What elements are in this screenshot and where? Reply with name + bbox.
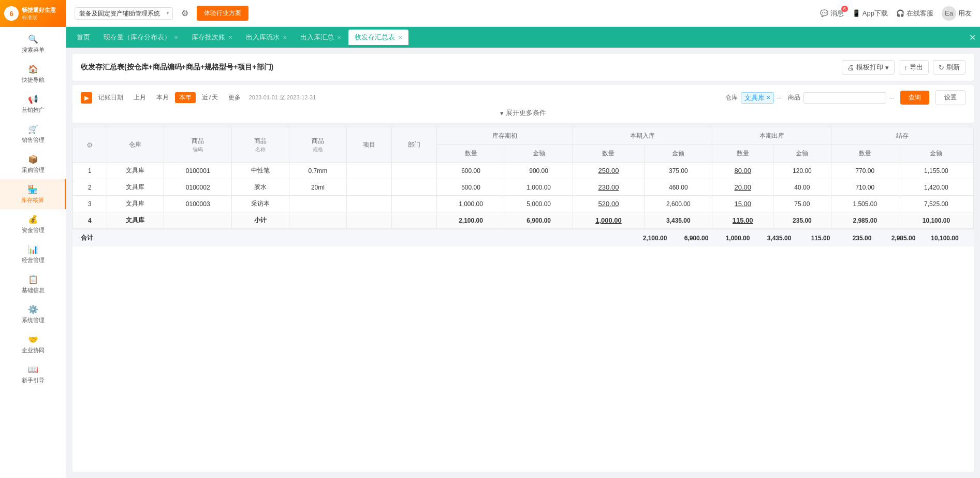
tab-home[interactable]: 首页 — [70, 30, 96, 45]
trial-button[interactable]: 体验行业方案 — [197, 6, 248, 21]
message-icon: 💬 — [820, 9, 828, 17]
tab-receive-summary[interactable]: 收发存汇总表✕ — [348, 30, 408, 45]
date-range-display: 2023-01-01 至 2023-12-31 — [249, 94, 316, 102]
cell-bal-qty-1: 710.00 — [831, 179, 899, 196]
sales-icon: 🛒 — [28, 124, 38, 134]
user-item[interactable]: Ea 用友 — [942, 6, 972, 21]
purchase-icon: 📦 — [28, 154, 38, 164]
date-btn-this-month[interactable]: 本月 — [152, 92, 173, 103]
date-filter-label: 记账日期 — [98, 93, 123, 102]
sidebar-item-sales[interactable]: 🛒 销售管理 — [0, 119, 66, 149]
cell-project-0 — [347, 163, 392, 179]
tab-batch[interactable]: 库存批次账✕ — [185, 30, 239, 45]
cell-out-qty-3[interactable]: 115.00 — [712, 212, 773, 229]
cell-out-qty-0[interactable]: 80.00 — [712, 163, 773, 179]
printer-icon: 🖨 — [847, 64, 854, 71]
cell-in-qty-3[interactable]: 1,000.00 — [573, 212, 645, 229]
goods-input[interactable] — [803, 92, 886, 104]
tab-inout-summary[interactable]: 出入库汇总✕ — [294, 30, 347, 45]
cell-open-qty-0: 600.00 — [437, 163, 505, 179]
goods-more-btn[interactable]: ··· — [889, 95, 894, 101]
export-button[interactable]: ↑ 导出 — [899, 60, 929, 75]
sidebar-item-inventory[interactable]: 🏪 库存核算 — [0, 179, 66, 209]
expand-filter-button[interactable]: ▾ 展开更多条件 — [500, 108, 546, 118]
query-button[interactable]: 查询 — [900, 91, 929, 105]
footer-bal-amt: 10,100.00 — [924, 235, 966, 242]
col-in-qty-header: 数量 — [573, 145, 645, 163]
cell-open-amt-0: 900.00 — [505, 163, 573, 179]
sidebar-nav: 🔍 搜索菜单 🏠 快捷导航 📢 营销推广 🛒 销售管理 📦 采购管理 🏪 库存核… — [0, 27, 66, 478]
quick-filter-arrow[interactable]: ▶ — [81, 92, 92, 104]
col-opening-header: 库存期初 — [437, 127, 573, 145]
cell-bal-qty-0: 770.00 — [831, 163, 899, 179]
sidebar-item-marketing[interactable]: 📢 营销推广 — [0, 89, 66, 119]
footer-total-label: 合计 — [81, 234, 350, 242]
page-title: 收发存汇总表(按仓库+商品编码+商品+规格型号+项目+部门) — [81, 63, 273, 72]
cell-out-qty-1[interactable]: 20.00 — [712, 179, 773, 196]
date-filter-buttons: 上月 本月 本年 近7天 更多 2023-01-01 至 2023-12-31 — [129, 92, 316, 103]
cell-out-amt-2: 75.00 — [773, 196, 831, 212]
tab-label-inout-flow: 出入库流水 — [246, 33, 280, 42]
footer-out-amt: 235.00 — [841, 235, 883, 242]
cell-out-amt-0: 120.00 — [773, 163, 831, 179]
col-settings-header[interactable]: ⚙ — [73, 127, 107, 163]
system-select[interactable]: 装备及固定资产辅助管理系统 — [75, 7, 173, 20]
cell-in-qty-1[interactable]: 230.00 — [573, 179, 645, 196]
footer-open-qty: 2,100.00 — [634, 235, 676, 242]
search-icon: 🔍 — [28, 34, 38, 44]
sidebar-item-guide[interactable]: 📖 新手引导 — [0, 359, 66, 389]
cell-bal-qty-3: 2,985.00 — [831, 212, 899, 229]
sidebar-item-basic[interactable]: 📋 基础信息 — [0, 269, 66, 299]
date-btn-last-month[interactable]: 上月 — [129, 92, 150, 103]
date-btn-this-year[interactable]: 本年 — [175, 92, 196, 103]
table-row: 2 文具库 0100002 胶水 20ml 500.00 1,000.00 23… — [73, 179, 974, 196]
tab-close-inout-flow[interactable]: ✕ — [283, 35, 287, 40]
tab-close-batch[interactable]: ✕ — [228, 35, 232, 40]
topbar: 装备及固定资产辅助管理系统 ⚙ 体验行业方案 💬 消息 6 📱 App下载 🎧 … — [66, 0, 980, 27]
table-settings-icon[interactable]: ⚙ — [86, 141, 93, 149]
warehouse-more-btn[interactable]: ··· — [777, 95, 782, 101]
settings-icon[interactable]: ⚙ — [179, 6, 191, 20]
tab-close-receive-summary[interactable]: ✕ — [398, 35, 402, 40]
tab-inout-flow[interactable]: 出入库流水✕ — [240, 30, 293, 45]
sidebar-item-business[interactable]: 📊 经营管理 — [0, 239, 66, 269]
refresh-button[interactable]: ↻ 刷新 — [933, 60, 966, 75]
cell-warehouse-1: 文具库 — [107, 179, 164, 196]
tab-label-receive-summary: 收发存汇总表 — [355, 33, 395, 42]
tab-close-inventory-dist[interactable]: ✕ — [174, 35, 178, 40]
close-all-tabs-button[interactable]: ✕ — [969, 33, 976, 42]
sidebar-item-finance[interactable]: 💰 资金管理 — [0, 209, 66, 239]
online-service-item[interactable]: 🎧 在线客服 — [896, 9, 933, 18]
cell-in-qty-2[interactable]: 520.00 — [573, 196, 645, 212]
sidebar-item-search[interactable]: 🔍 搜索菜单 — [0, 29, 66, 59]
sidebar-item-system[interactable]: ⚙️ 系统管理 — [0, 299, 66, 329]
page-actions: 🖨 模板打印 ▾ ↑ 导出 ↻ 刷新 — [842, 60, 966, 75]
expand-icon: ▾ — [500, 109, 504, 117]
sidebar-item-corp[interactable]: 🤝 企业协同 — [0, 329, 66, 359]
tab-inventory-dist[interactable]: 现存量（库存分布表）✕ — [97, 30, 184, 45]
message-item[interactable]: 💬 消息 6 — [820, 9, 844, 18]
settings-button[interactable]: 设置 — [935, 90, 966, 105]
app-download-item[interactable]: 📱 App下载 — [852, 9, 888, 18]
data-table-container: ⚙ 仓库 商品编码 商品名称 商品规格 项目 部门 库存期初 本期入库 本期出库… — [72, 127, 974, 472]
date-btn-7days[interactable]: 近7天 — [198, 92, 222, 103]
tab-close-inout-summary[interactable]: ✕ — [337, 35, 341, 40]
corp-icon: 🤝 — [28, 335, 38, 344]
footer-values: 2,100.00 6,900.00 1,000.00 3,435.00 115.… — [634, 235, 966, 242]
col-out-qty-header: 数量 — [712, 145, 773, 163]
sidebar-item-quick[interactable]: 🏠 快捷导航 — [0, 59, 66, 89]
sidebar-item-purchase[interactable]: 📦 采购管理 — [0, 149, 66, 179]
warehouse-filter: 仓库 文具库 ✕ ··· — [725, 92, 782, 104]
print-button[interactable]: 🖨 模板打印 ▾ — [842, 60, 895, 75]
system-select-wrap: 装备及固定资产辅助管理系统 — [75, 7, 173, 20]
cell-in-qty-0[interactable]: 250.00 — [573, 163, 645, 179]
cell-out-qty-2[interactable]: 15.00 — [712, 196, 773, 212]
guide-icon: 📖 — [28, 365, 38, 374]
date-btn-more[interactable]: 更多 — [224, 92, 245, 103]
filter-expand-row: ▾ 展开更多条件 — [81, 108, 966, 118]
cell-dept-3 — [392, 212, 437, 229]
warehouse-tag-close[interactable]: ✕ — [766, 95, 770, 100]
cell-name-2: 采访本 — [232, 196, 289, 212]
cell-bal-amt-2: 7,525.00 — [899, 196, 973, 212]
footer-in-qty: 1,000.00 — [717, 235, 758, 242]
